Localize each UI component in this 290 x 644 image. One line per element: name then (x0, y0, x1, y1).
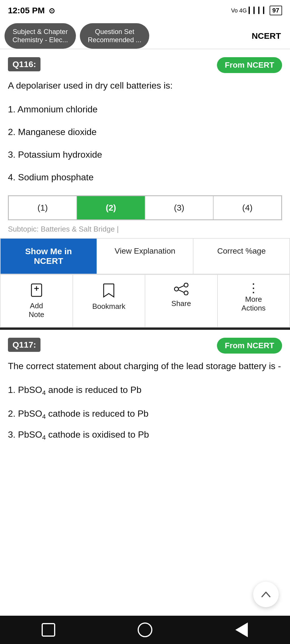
view-explanation-button[interactable]: View Explanation (97, 238, 193, 274)
tab-question-set[interactable]: Question Set Recommended ... (80, 23, 149, 49)
option-116-2[interactable]: 2. Manganese dioxide (8, 121, 282, 143)
svg-point-3 (184, 283, 188, 287)
nav-home-button[interactable] (40, 621, 57, 638)
status-time: 12:05 PM ⊙ (8, 6, 55, 15)
action-row-1: Show Me inNCERT View Explanation Correct… (0, 238, 290, 274)
more-actions-label: MoreActions (242, 295, 266, 313)
status-icons: Vo 4G ▎▎▎▎ 97 (231, 6, 282, 15)
option-116-3[interactable]: 3. Potassium hydroxide (8, 143, 282, 166)
tab-ncert[interactable]: NCERT (252, 31, 285, 41)
question-number-116: Q116: (8, 57, 40, 71)
nav-square-icon (42, 623, 55, 637)
question-text-117: The correct statement about charging of … (8, 359, 282, 373)
question-text-116: A depolariser used in dry cell batteries… (8, 79, 282, 92)
option-117-1[interactable]: 1. PbSO4 anode is reduced to Pb (8, 378, 282, 402)
option-116-4[interactable]: 4. Sodium phosphate (8, 166, 282, 189)
back-to-top-button[interactable] (253, 582, 279, 607)
question-number-117: Q117: (8, 338, 40, 352)
network-icon: Vo 4G (231, 7, 247, 14)
answer-cell-4[interactable]: (4) (213, 196, 282, 220)
subtopic-116: Subtopic: Batteries & Salt Bridge | (0, 220, 290, 238)
answer-grid-116: (1) (2) (3) (4) (8, 195, 282, 220)
add-note-button[interactable]: AddNote (0, 275, 73, 327)
svg-line-6 (178, 286, 184, 288)
nav-recent-button[interactable] (233, 621, 250, 638)
section-divider (0, 328, 290, 330)
tab-bar: Subject & Chapter Chemistry - Elec... Qu… (0, 20, 290, 49)
answer-cell-3[interactable]: (3) (145, 196, 213, 220)
nav-triangle-icon (235, 622, 248, 637)
alarm-icon: ⊙ (49, 7, 55, 15)
ncert-badge-117: From NCERT (217, 338, 282, 354)
question-header-117: Q117: From NCERT (8, 338, 282, 354)
answer-cell-2[interactable]: (2) (77, 196, 145, 220)
option-117-3-partial[interactable]: 3. PbSO4 cathode is oxidised to Pb (8, 426, 282, 441)
share-icon (174, 283, 189, 297)
add-note-label: AddNote (29, 301, 44, 319)
add-note-icon (29, 283, 44, 299)
answer-cell-1[interactable]: (1) (8, 196, 77, 220)
svg-point-4 (184, 291, 188, 295)
share-label: Share (171, 299, 191, 308)
bottom-nav (0, 616, 290, 644)
question-card-117: Q117: From NCERT The correct statement a… (0, 330, 290, 441)
signal-icon: ▎▎▎▎ (249, 7, 268, 14)
battery-icon: 97 (270, 6, 282, 15)
more-actions-icon: ⋮ (247, 283, 260, 293)
nav-circle-icon (138, 622, 152, 637)
more-actions-button[interactable]: ⋮ MoreActions (218, 275, 290, 327)
svg-point-5 (174, 287, 178, 291)
bookmark-icon (103, 283, 115, 300)
option-116-1[interactable]: 1. Ammonium chloride (8, 98, 282, 121)
bookmark-button[interactable]: Bookmark (73, 275, 145, 327)
ncert-badge-116: From NCERT (217, 57, 282, 73)
show-in-ncert-button[interactable]: Show Me inNCERT (0, 238, 97, 274)
question-card-116: Q116: From NCERT A depolariser used in d… (0, 49, 290, 220)
tab-subject-chapter[interactable]: Subject & Chapter Chemistry - Elec... (5, 23, 76, 49)
action-row-2: AddNote Bookmark Share ⋮ MoreActions (0, 274, 290, 328)
question-header-116: Q116: From NCERT (8, 57, 282, 73)
bookmark-label: Bookmark (92, 302, 125, 311)
status-bar: 12:05 PM ⊙ Vo 4G ▎▎▎▎ 97 (0, 0, 290, 20)
option-117-2[interactable]: 2. PbSO4 cathode is reduced to Pb (8, 402, 282, 426)
share-button[interactable]: Share (145, 275, 218, 327)
correct-percentage-button[interactable]: Correct %age (193, 238, 290, 274)
nav-back-button[interactable] (137, 621, 153, 638)
svg-line-7 (178, 290, 184, 292)
